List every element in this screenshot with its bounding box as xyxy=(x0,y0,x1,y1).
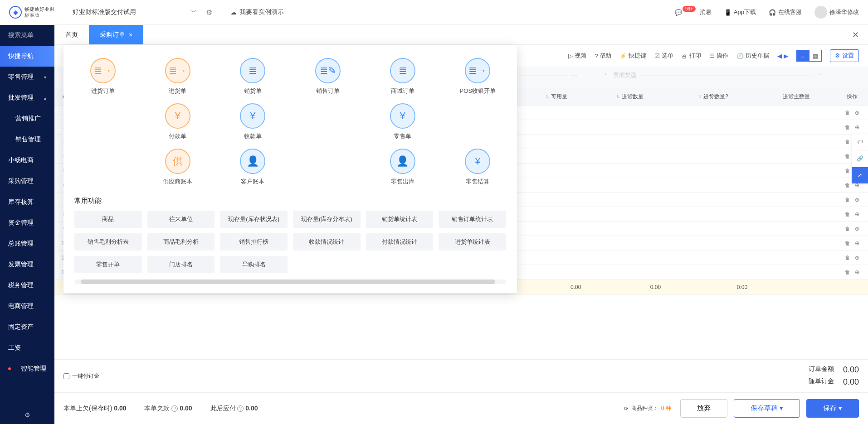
page-settings-button[interactable]: ⚙ 设置 xyxy=(830,49,859,62)
view-card-button[interactable]: ▦ xyxy=(809,50,822,62)
float-attachment-icon[interactable]: 🔗 xyxy=(852,150,868,167)
sidebar-item[interactable]: 销售管理 xyxy=(0,129,54,150)
help-button[interactable]: ?帮助 xyxy=(595,52,611,60)
history-button[interactable]: 🕘历史单据 xyxy=(736,52,769,60)
delete-row-icon[interactable]: 🗑 xyxy=(845,269,850,275)
float-tag-icon[interactable]: 🏷 xyxy=(852,134,868,150)
flow-node[interactable]: ¥付款单 xyxy=(149,103,206,140)
flow-node[interactable]: ≣→进货订单 xyxy=(74,58,131,95)
add-row-icon[interactable]: ⊕ xyxy=(855,197,859,203)
flow-node[interactable]: ¥零售单 xyxy=(374,103,431,140)
common-function-button[interactable]: 销货单统计表 xyxy=(366,211,434,228)
demo-link[interactable]: ☁ 我要看实例演示 xyxy=(230,8,284,16)
sidebar-item[interactable]: 发票管理 xyxy=(0,254,54,275)
delete-row-icon[interactable]: 🗑 xyxy=(845,197,850,203)
close-icon[interactable]: × xyxy=(129,31,132,39)
common-function-button[interactable]: 商品 xyxy=(74,211,142,228)
add-row-icon[interactable]: ⊕ xyxy=(855,226,859,232)
select-button[interactable]: ☑选单 xyxy=(654,52,673,60)
discard-button[interactable]: 放弃 xyxy=(680,399,727,418)
delete-row-icon[interactable]: 🗑 xyxy=(845,211,850,217)
col-in-qty2[interactable]: ⇅进货数量2 xyxy=(670,88,756,106)
flow-node[interactable]: ≣商城订单 xyxy=(374,58,431,95)
save-draft-button[interactable]: 保存草稿 ▾ xyxy=(734,399,800,418)
common-function-button[interactable]: 门店排名 xyxy=(147,256,215,273)
trial-label[interactable]: 好业财标准版交付试用 xyxy=(73,8,136,16)
delete-row-icon[interactable]: 🗑 xyxy=(845,240,850,246)
common-function-button[interactable]: 付款情况统计 xyxy=(366,233,434,251)
sidebar-item[interactable]: 采购管理 xyxy=(0,171,54,192)
app-download-button[interactable]: 📱 App下载 xyxy=(724,8,756,16)
save-button[interactable]: 保存 ▾ xyxy=(806,399,859,418)
common-function-button[interactable]: 销售排行榜 xyxy=(220,233,288,251)
delete-row-icon[interactable]: 🗑 xyxy=(845,255,850,261)
flow-node[interactable]: 👤客户账本 xyxy=(224,149,281,186)
messages-button[interactable]: 💬 99+ 消息 xyxy=(675,8,712,16)
chevron-down-icon[interactable]: ﹀ xyxy=(190,8,197,16)
common-function-button[interactable]: 收款情况统计 xyxy=(293,233,361,251)
common-function-button[interactable]: 销售毛利分析表 xyxy=(74,233,142,251)
print-button[interactable]: 🖨打印 xyxy=(682,52,701,60)
col-available[interactable]: ⇅可用量 xyxy=(523,88,590,106)
chevron-down-icon[interactable]: ▾ xyxy=(780,404,783,412)
sidebar-item[interactable]: 工资 xyxy=(0,337,54,358)
sidebar-item[interactable]: 零售管理▾ xyxy=(0,67,54,87)
add-row-icon[interactable]: ⊕ xyxy=(855,240,859,246)
invoice-type-select[interactable] xyxy=(641,75,814,76)
info-icon[interactable]: ? xyxy=(171,405,178,412)
flow-node[interactable]: 👤零售出库 xyxy=(374,149,431,186)
delete-row-icon[interactable]: 🗑 xyxy=(845,168,850,174)
flow-node[interactable]: 供供应商账本 xyxy=(149,149,206,186)
flow-node[interactable]: ¥零售结算 xyxy=(449,149,506,186)
delete-row-icon[interactable]: 🗑 xyxy=(845,139,850,145)
sidebar-item[interactable]: 批发管理▴ xyxy=(0,87,54,108)
sidebar-item[interactable]: 营销推广 xyxy=(0,108,54,129)
common-function-button[interactable]: 往来单位 xyxy=(147,211,215,228)
sidebar-item[interactable]: 搜索菜单 xyxy=(0,25,54,46)
common-function-button[interactable]: 导购排名 xyxy=(220,256,288,273)
sidebar-item[interactable]: 资金管理 xyxy=(0,212,54,233)
next-arrow-icon[interactable]: ▶ xyxy=(784,53,788,59)
flow-node[interactable]: ≣→进货单 xyxy=(149,58,206,95)
delete-row-icon[interactable]: 🗑 xyxy=(845,110,850,116)
video-button[interactable]: ▷视频 xyxy=(568,52,586,60)
onekey-deposit-checkbox[interactable]: 一键付订金 xyxy=(63,372,99,380)
sidebar-item[interactable]: 快捷导航 xyxy=(0,46,54,67)
tab-home[interactable]: 首页 xyxy=(54,25,89,44)
close-all-tabs[interactable]: ✕ xyxy=(843,30,868,40)
delete-row-icon[interactable]: 🗑 xyxy=(845,226,850,232)
tab-purchase-order[interactable]: 采购订单 × xyxy=(89,25,143,44)
add-row-icon[interactable]: ⊕ xyxy=(855,110,859,116)
common-function-button[interactable]: 零售开单 xyxy=(74,256,142,273)
delete-row-icon[interactable]: 🗑 xyxy=(845,182,850,188)
common-function-button[interactable]: 商品毛利分析 xyxy=(147,233,215,251)
add-row-icon[interactable]: ⊕ xyxy=(855,211,859,217)
shortcut-button[interactable]: ⚡快捷键 xyxy=(619,52,646,60)
chevron-down-icon[interactable]: ▾ xyxy=(839,404,842,412)
delete-row-icon[interactable]: 🗑 xyxy=(845,153,850,159)
settings-gear-icon[interactable]: ⚙ xyxy=(0,406,54,424)
common-function-button[interactable]: 现存量(库存状况表) xyxy=(220,211,288,228)
chevron-down-icon[interactable]: ﹀ xyxy=(818,71,824,79)
sidebar-item[interactable]: 电商管理 xyxy=(0,296,54,317)
sidebar-item[interactable]: 智能管理 xyxy=(0,358,54,379)
prev-arrow-icon[interactable]: ◀ xyxy=(777,53,782,59)
flow-node[interactable]: ≣→POS收银开单 xyxy=(449,58,506,95)
add-row-icon[interactable]: ⊕ xyxy=(855,269,859,275)
common-function-button[interactable]: 销售订单统计表 xyxy=(439,211,506,228)
sidebar-item[interactable]: 总账管理 xyxy=(0,233,54,254)
horizontal-scrollbar[interactable] xyxy=(74,279,506,284)
flow-node[interactable]: ¥收款单 xyxy=(224,103,281,140)
sidebar-item[interactable]: 库存核算 xyxy=(0,192,54,212)
col-in-qty[interactable]: ⇅进货数量 xyxy=(590,88,670,106)
delete-row-icon[interactable]: 🗑 xyxy=(845,124,850,130)
salesman-picker-icon[interactable]: ⋯ xyxy=(571,72,577,79)
add-row-icon[interactable]: ⊕ xyxy=(855,124,859,130)
add-row-icon[interactable]: ⊕ xyxy=(855,255,859,261)
flow-node[interactable]: ≣✎销售订单 xyxy=(299,58,356,95)
view-list-button[interactable]: ≡ xyxy=(796,50,809,62)
sidebar-item[interactable]: 税务管理 xyxy=(0,275,54,296)
sidebar-item[interactable]: 固定资产 xyxy=(0,317,54,337)
sidebar-item[interactable]: 小畅电商 xyxy=(0,150,54,171)
refresh-icon[interactable]: ⟳ xyxy=(624,405,629,412)
